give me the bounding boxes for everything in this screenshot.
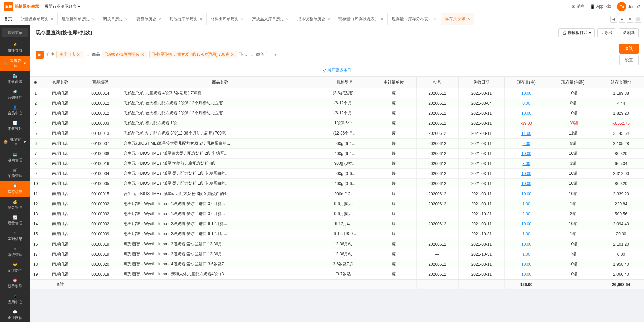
tab-cheng-ben[interactable]: 成本调整单历史 ✕ [293,13,334,25]
sidebar-item-inventory[interactable]: 📋 库存核算 [0,181,30,197]
name-cell[interactable]: 飞鹤星飞帆 较大婴儿配方奶粉 2段(6-12个月婴幼儿适用) ... [121,108,319,118]
sidebar-item-finance[interactable]: 💰 资金管理 [0,197,30,213]
warehouse-filter-ellipsis[interactable]: … [85,52,89,57]
tab-yao-huo[interactable]: 要货单历史 ✕ [132,13,165,25]
sidebar-shortcut[interactable]: ⚡ 快捷导航 [0,40,30,56]
product-filter-tag-2[interactable]: 飞鹤星飞帆 儿童奶粉 4段(3-6岁适用) 700克 ✕ [149,51,237,58]
name-cell[interactable]: 合生元（BIOSTIME）派星 学龄前儿童配方奶粉 4段 [121,159,319,169]
setting-btn[interactable]: 设置 [619,55,639,65]
name-cell[interactable]: 飞鹤星飞帆 幼儿配方奶粉 3段(12-36个月幼儿适用) 700克 [121,128,319,139]
seq-cell: 14 [30,219,41,229]
tab-cai-liao[interactable]: 材料出库单历史 ✕ [207,13,248,25]
sidebar-item-enterprise[interactable]: 🤝 企业协同 [0,260,30,276]
sidebar-item-new-guide[interactable]: 🎯 新手引导 [0,276,30,291]
tab-cai-liao-close[interactable]: ✕ [241,17,244,21]
app-download-action[interactable]: 📱 App下载 [590,4,611,9]
name-cell[interactable]: 合生元(BIOSTIME)派星较大婴儿配方奶粉 2段 乳糖蛋白的... [121,139,319,149]
sidebar-item-purchase[interactable]: 🛒 采购管理 [0,165,30,181]
tab-cheng-ben-close[interactable]: ✕ [327,17,330,21]
query-btn[interactable]: 查询 [619,44,639,54]
name-cell[interactable]: 合生元（BIOSTIME）派星较大婴儿配方奶粉 2段 乳糖蛋... [121,149,319,159]
tab-close-all-btn[interactable]: ✕ [627,16,633,23]
name-cell[interactable]: 合生元（BIOSTIME）派星幼儿配方奶粉 3段 乳糖蛋白的4... [121,189,319,199]
tab-chan-pin-ru[interactable]: 产成品入库单历史 ✕ [248,13,293,25]
tab-ku-cun-zhuang-close[interactable]: ✕ [381,17,383,21]
sidebar-item-ecommerce[interactable]: 💻 电商管理 [0,150,30,165]
filter-toggle-btn[interactable]: ▶ [36,51,44,59]
name-cell[interactable]: 飞鹤星飞帆 儿童奶粉 4段(3-6岁适用) 700克 [121,88,319,98]
qty-pkg-cell: 9罐 [548,139,598,149]
tab-chan-pin-ru-close[interactable]: ✕ [286,17,289,21]
name-cell[interactable]: 惠氏启智（Wyeth illuma）3段奶粉 爱尔兰进口 12-36月... [121,249,319,259]
sidebar-item-retail-mgmt[interactable]: 🛒 零售管理 ▼ [0,56,30,71]
name-cell[interactable]: 惠氏启智（Wyeth illuma）2段奶粉 爱尔兰进口 6-12月婴... [121,219,319,229]
product-filter-tag-1[interactable]: 飞鹤奶粉3段两提装 ✕ [102,51,147,58]
batch-cell: 20200612 [417,169,458,179]
tab-cheng-ben-label: 成本调整单历史 [297,16,325,22]
warehouse-tag-close[interactable]: ✕ [77,52,80,57]
refresh-btn[interactable]: ↺ 刷新 [619,28,639,37]
sidebar-item-wholesale[interactable]: 📦 批发管理 ▼ [0,134,30,150]
name-cell[interactable]: 惠氏启智（Wyeth illuma）亲和人体儿童配方奶粉4段（3... [121,269,319,280]
table-row: 18南岸门店00100020惠氏启智（Wyeth illuma）4段奶粉 爱尔兰… [30,259,644,269]
user-area[interactable]: Ea demo2 [617,2,640,11]
enterprise-label: 企业协同 [8,268,22,273]
tab-prev-btn[interactable]: ◀ [610,16,617,23]
tab-ku-cun-pi[interactable]: 库存批次账 ✕ [441,13,474,25]
tab-tiao-bo-close[interactable]: ✕ [125,17,128,21]
filter-expand-btn[interactable]: ⋁ 展开更多条件 [36,67,639,73]
tab-next-btn[interactable]: ▶ [619,16,625,23]
seq-cell: 1 [30,88,41,98]
search-menu-btn[interactable]: 搜索菜单 [2,28,28,37]
sidebar-item-operations[interactable]: 📈 经营管理 [0,213,30,228]
tab-fen-pan-close[interactable]: ✕ [51,17,53,21]
color-filter-select[interactable]: ▾ [266,51,279,58]
product-filter-ellipsis[interactable]: … [249,52,253,57]
template-print-btn[interactable]: 🖨 按模板打印 ▾ [558,28,595,37]
tab-home[interactable]: 首页 [0,13,16,25]
tab-fen-pan[interactable]: 分量盘点单历史 ✕ [16,13,58,25]
tab-qi-ta-chu-close[interactable]: ✕ [200,17,202,21]
name-cell[interactable]: 惠氏启智（Wyeth illuma）1段奶粉 爱尔兰进口 0-6月婴... [121,199,319,209]
sidebar-item-app-center[interactable]: 📱 应用中心 [0,291,30,307]
sidebar-item-member[interactable]: 👤 会员中心 [0,103,30,118]
name-cell[interactable]: 飞鹤星飞帆 婴儿配方奶粉 1段 [121,118,319,128]
warehouse-filter-tag[interactable]: 南岸门店 ✕ [56,51,83,58]
tab-qi-ta-chu[interactable]: 其他出库单历史 ✕ [165,13,207,25]
name-cell[interactable]: 合生元（BIOSTIME）派星 婴儿配方奶粉 1段 乳糖蛋白的... [121,179,319,189]
unit-cell: 罐 [371,199,417,209]
tab-tiao-bo[interactable]: 调拨单历史 ✕ [99,13,132,25]
sidebar-item-retail-shop[interactable]: 🏪 零售商城 [0,71,30,87]
product-tag-2-close[interactable]: ✕ [231,52,234,57]
product-tag-1-close[interactable]: ✕ [141,52,144,57]
sidebar-item-system[interactable]: ⚙ 系统管理 [0,244,30,260]
product-filter-more[interactable]: 飞… [239,52,247,57]
name-cell[interactable]: 惠氏启智（Wyeth illuma）1段奶粉 爱尔兰进口 0-6月婴... [121,209,319,219]
sidebar-item-marketing[interactable]: 📢 营销推广 [0,87,30,103]
operations-icon: 📈 [13,215,17,220]
export-btn[interactable]: ↓ 导出 [597,28,616,37]
logo-icon: 标题 [4,2,13,11]
tab-maximize-btn[interactable]: ⬜ [635,16,641,23]
tab-ku-cun-fen[interactable]: 现存量（库存分布表） ✕ [388,13,441,25]
tab-ku-cun-fen-close[interactable]: ✕ [434,17,437,21]
name-cell[interactable]: 合生元（BIOSTIME）派星 婴儿配方奶粉 1段 乳糖蛋白的... [121,169,319,179]
seq-cell: 11 [30,189,41,199]
tab-yao-huo-close[interactable]: ✕ [158,17,161,21]
name-cell[interactable]: 飞鹤星飞帆 较大婴儿配方奶粉 2段(6-12个月婴幼儿适用) ... [121,98,319,108]
name-cell[interactable]: 惠氏启智（Wyeth illuma）2段奶粉 爱尔兰进口 6-12月幼... [121,229,319,239]
expire-cell: 2021-03-11 [458,199,504,209]
sidebar-item-retail-stat[interactable]: 📊 零售统计 [0,118,30,134]
name-cell[interactable]: 惠氏启智（Wyeth illuma）4段奶粉 爱尔兰进口 3-6岁及7... [121,259,319,269]
tab-zu-chai[interactable]: 组装拆卸单历史 ✕ [58,13,99,25]
tab-zu-chai-close[interactable]: ✕ [92,17,95,21]
tab-ku-cun-pi-close[interactable]: ✕ [467,17,470,21]
sidebar-item-wechat[interactable]: 💬 企业微信 [0,307,30,322]
inventory-table: ⚙ 仓库名称 商品编码 商品名称 规格型号 主计量单位 批号 失效日期 现存量(… [30,77,644,290]
sidebar-item-basics[interactable]: ℹ 基础信息 [0,228,30,244]
filter-product-group: 商品 飞鹤奶粉3段两提装 ✕ 飞鹤星飞帆 儿童奶粉 4段(3-6岁适用) 700… [92,51,253,58]
tab-ku-cun-zhuang[interactable]: 现存量（库存状况表） ✕ [334,13,388,25]
name-cell[interactable]: 惠氏启智（Wyeth illuma）3段奶粉 爱尔兰进口 12-36月... [121,239,319,249]
org-selector[interactable]: 母婴行业演示账套 ▾ [42,3,83,10]
message-action[interactable]: ✉ 消息 [572,4,585,9]
